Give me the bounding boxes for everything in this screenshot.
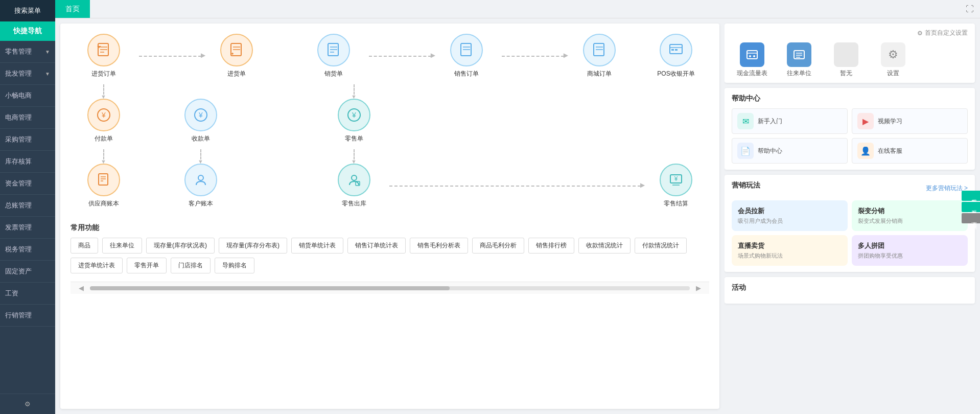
- func-btn-guide-rank[interactable]: 导购排名: [215, 258, 254, 273]
- beginner-label: 新手入门: [758, 117, 782, 126]
- flow-node-sales[interactable]: 销货单: [300, 34, 367, 78]
- func-btn-inventory-status[interactable]: 现存量(库存状况表): [146, 238, 215, 254]
- left-panel: 进货订单 进货单: [60, 24, 719, 409]
- svg-text:¥: ¥: [198, 111, 203, 119]
- flow-node-payment[interactable]: ¥ 付款单: [71, 99, 137, 143]
- svg-rect-20: [675, 49, 678, 51]
- video-icon: ▶: [857, 113, 874, 129]
- quick-access: ⚙ 首页自定义设置 现金流量表 往来单位: [725, 24, 975, 83]
- help-doc-label: 帮助中心: [758, 147, 782, 155]
- down-arrows-2: [71, 148, 709, 160]
- scroll-left-btn[interactable]: ◀: [76, 284, 87, 292]
- flow-node-customer-book[interactable]: 客户账本: [168, 164, 234, 208]
- sidebar-item-ecommerce[interactable]: 小畅电商: [0, 85, 55, 107]
- sidebar-item-finance[interactable]: 资金管理: [0, 173, 55, 195]
- sidebar-item-marketing[interactable]: 行销管理: [0, 305, 55, 327]
- marketing-member[interactable]: 会员拉新 吸引用户成为会员: [732, 200, 848, 231]
- func-btn-sales-rank[interactable]: 销售排行榜: [528, 238, 574, 254]
- help-doc-icon: 📄: [737, 143, 754, 159]
- flow-node-retail-settle[interactable]: ¥ 零售结算: [643, 164, 709, 208]
- sidebar-item-tax[interactable]: 税务管理: [0, 239, 55, 261]
- svg-point-32: [198, 175, 203, 180]
- flow-node-retail-bill[interactable]: ¥ 零售单: [321, 99, 387, 143]
- expand-icon[interactable]: ⛶: [960, 0, 980, 18]
- func-btn-product[interactable]: 商品: [71, 238, 98, 254]
- empty-label: 暂无: [840, 69, 852, 78]
- retail-bill-label: 零售单: [345, 134, 363, 143]
- float-btn-service[interactable]: 客服热线: [962, 191, 980, 201]
- qa-empty[interactable]: 暂无: [826, 42, 867, 78]
- flow-node-receipt[interactable]: ¥ 收款单: [168, 99, 234, 143]
- flow-node-retail-out[interactable]: 零售出库: [321, 164, 387, 208]
- float-btn-community[interactable]: 服务社区: [962, 202, 980, 212]
- func-btn-payment-stat[interactable]: 付款情况统计: [635, 238, 687, 254]
- scroll-track[interactable]: [90, 286, 690, 290]
- func-btn-inventory-dist[interactable]: 现存量(库存分布表): [219, 238, 287, 254]
- func-btn-product-profit[interactable]: 商品毛利分析: [472, 238, 524, 254]
- arrow-1: [139, 56, 201, 57]
- func-btn-sales-order-stat[interactable]: 销售订单统计表: [347, 238, 406, 254]
- help-item-help[interactable]: 📄 帮助中心: [732, 138, 848, 164]
- sidebar-item-ecom-mgmt[interactable]: 电商管理: [0, 107, 55, 129]
- supplier-book-label: 供应商账本: [88, 199, 119, 208]
- help-title: 帮助中心: [732, 94, 968, 103]
- func-btn-sales-stat[interactable]: 销货单统计表: [291, 238, 343, 254]
- func-btn-receipt-stat[interactable]: 收款情况统计: [578, 238, 631, 254]
- marketing-live[interactable]: 直播卖货 场景式购物新玩法: [732, 235, 848, 266]
- live-title: 直播卖货: [738, 241, 842, 250]
- tab-home[interactable]: 首页: [55, 0, 90, 18]
- func-btn-partners[interactable]: 往来单位: [102, 238, 142, 254]
- qa-partners[interactable]: 往来单位: [779, 42, 820, 78]
- scroll-right-btn[interactable]: ▶: [693, 284, 704, 292]
- qa-settings-icon[interactable]: ⚙ 设置: [873, 42, 914, 78]
- sidebar-item-wholesale[interactable]: 批发管理 ▼: [0, 63, 55, 85]
- common-functions: 常用功能 商品 往来单位 现存量(库存状况表) 现存量(库存分布表) 销货单统计…: [71, 223, 709, 273]
- scroll-bar-area: ◀ ▶: [71, 282, 709, 294]
- svg-point-40: [749, 55, 751, 57]
- func-btn-purchase-stat[interactable]: 进货单统计表: [71, 258, 123, 273]
- flow-diagram: 进货订单 进货单: [71, 34, 709, 208]
- flow-node-supplier-book[interactable]: 供应商账本: [71, 164, 137, 208]
- marketing-fission[interactable]: 裂变分销 裂变式发展分销商: [852, 200, 968, 231]
- sidebar-search[interactable]: 搜索菜单: [0, 0, 55, 21]
- sidebar-settings-button[interactable]: ⚙: [0, 394, 55, 414]
- flow-node-sales-order[interactable]: 销售订单: [433, 34, 500, 78]
- down-arrow-receipt: [200, 149, 201, 159]
- payment-icon: ¥: [87, 99, 120, 131]
- tab-bar: 首页 ⛶: [55, 0, 980, 18]
- func-btn-retail-open[interactable]: 零售开单: [127, 258, 167, 273]
- down-arrow-purchase: [103, 84, 104, 95]
- sidebar-item-purchase[interactable]: 采购管理: [0, 129, 55, 151]
- float-btn-desktop[interactable]: 桌面快捷: [962, 213, 980, 223]
- sales-label: 销货单: [324, 70, 343, 78]
- sidebar-item-inventory[interactable]: 库存核算: [0, 151, 55, 173]
- purchase-order-icon: [87, 34, 120, 66]
- help-item-service[interactable]: 👤 在线客服: [852, 138, 968, 164]
- sidebar-item-retail[interactable]: 零售管理 ▼: [0, 41, 55, 63]
- receipt-icon: ¥: [184, 99, 217, 131]
- flow-diagram-wrapper: 进货订单 进货单: [71, 34, 709, 213]
- sidebar-item-salary[interactable]: 工资: [0, 283, 55, 305]
- group-desc: 拼团购物享受优惠: [858, 252, 962, 260]
- flow-row-1: 进货订单 进货单: [71, 34, 709, 78]
- marketing-group[interactable]: 多人拼团 拼团购物享受优惠: [852, 235, 968, 266]
- flow-node-mall-order[interactable]: 商城订单: [566, 34, 633, 78]
- partners-label: 往来单位: [787, 69, 811, 78]
- marketing-grid: 会员拉新 吸引用户成为会员 裂变分销 裂变式发展分销商 直播卖货 场景式购物新玩…: [732, 200, 968, 266]
- help-item-video[interactable]: ▶ 视频学习: [852, 108, 968, 134]
- func-btn-sales-profit[interactable]: 销售毛利分析表: [410, 238, 468, 254]
- sidebar-item-invoice[interactable]: 发票管理: [0, 217, 55, 239]
- help-item-beginner[interactable]: ✉ 新手入门: [732, 108, 848, 134]
- qa-cashflow[interactable]: 现金流量表: [732, 42, 773, 78]
- sidebar-item-ledger[interactable]: 总账管理: [0, 195, 55, 217]
- sidebar-item-fixed-assets[interactable]: 固定资产: [0, 261, 55, 283]
- flow-node-pos[interactable]: POS收银开单: [643, 34, 709, 78]
- qa-settings-btn[interactable]: ⚙ 首页自定义设置: [917, 29, 968, 37]
- func-btn-store-rank[interactable]: 门店排名: [171, 258, 211, 273]
- flow-node-purchase-order[interactable]: 进货订单: [71, 34, 137, 78]
- pos-label: POS收银开单: [657, 70, 694, 78]
- flow-node-purchase[interactable]: 进货单: [203, 34, 270, 78]
- flow-row-3: 供应商账本 客户账本: [71, 164, 709, 208]
- group-title: 多人拼团: [858, 241, 962, 250]
- member-desc: 吸引用户成为会员: [738, 217, 842, 225]
